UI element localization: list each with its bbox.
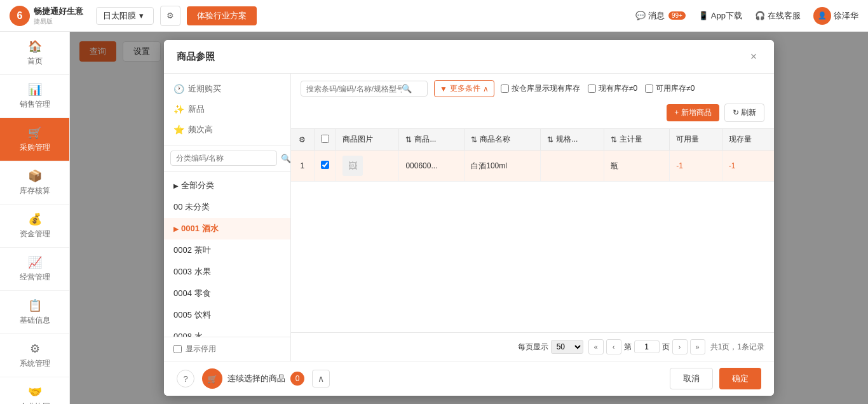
current-stock-checkbox[interactable] [588,84,596,93]
row-unit: 瓶 [604,151,670,182]
sidebar-item-enterprise[interactable]: 🤝 企业协同 [0,377,69,404]
modal-footer: ? 🛒 连续选择的商品 0 ∧ 取消 确定 [164,361,774,396]
page-info: 共1页，1条记录 [710,342,764,353]
show-disabled-checkbox[interactable] [173,345,182,353]
category-item-0004[interactable]: 0004 零食 [164,283,290,304]
sidebar-label-enterprise: 企业协同 [20,401,50,404]
fold-button[interactable]: ∧ [312,370,330,387]
tab-new-product[interactable]: ✨ 新品 [164,99,290,119]
logo-icon: 6 [10,6,30,26]
prev-page-button[interactable]: ‹ [606,339,621,354]
available-stock-checkbox[interactable] [645,84,653,93]
sidebar-item-operation[interactable]: 📈 经营管理 [0,248,69,291]
nav-right-area: 💬 消息 99+ 📱 App下载 🎧 在线客服 👤 徐泽华 [635,7,858,25]
category-search-input[interactable] [170,151,277,166]
sort-icon: ⇅ [405,135,412,144]
page-number-input[interactable] [634,340,660,353]
recent-purchase-icon: 🕐 [173,84,184,94]
online-service-item[interactable]: 🎧 在线客服 [755,10,801,22]
row-code: 000600... [399,151,465,182]
table-area: ⚙ 商品图片 [291,129,774,332]
system-icon: ⚙ [30,342,40,356]
page-size-select[interactable]: 10 20 50 100 [551,340,583,354]
sidebar-label-system: 系统管理 [20,358,50,369]
help-button[interactable]: ? [177,370,194,387]
cart-icon[interactable]: 🛒 [202,368,222,389]
available-stock-option[interactable]: 可用库存≠0 [645,83,695,94]
th-settings[interactable]: ⚙ [291,129,314,151]
refresh-button[interactable]: ↻ 刷新 [724,104,764,122]
company-selector[interactable]: 日太阳膜 ▾ [96,7,154,25]
modal-overlay: 商品参照 × 🕐 近期购买 ✨ [70,32,868,404]
messages-item[interactable]: 💬 消息 99+ [635,10,686,22]
top-navigation: 6 畅捷通好生意 捷易版 日太阳膜 ▾ ⚙ 体验行业方案 💬 消息 99+ 📱 … [0,0,868,32]
sidebar-item-system[interactable]: ⚙ 系统管理 [0,334,69,377]
more-filter-button[interactable]: ▼ 更多条件 ∧ [434,80,494,97]
select-all-checkbox[interactable] [321,135,329,143]
category-item-0002[interactable]: 0002 茶叶 [164,239,290,261]
search-icon[interactable]: 🔍 [402,84,412,93]
finance-icon: 💰 [28,212,42,226]
tab-recent-purchase[interactable]: 🕐 近期购买 [164,79,290,99]
warehouse-stock-checkbox[interactable] [501,84,509,93]
chevron-down-icon: ▾ [139,11,144,20]
sidebar-item-finance[interactable]: 💰 资金管理 [0,205,69,248]
sidebar-item-purchase[interactable]: 🛒 采购管理 [0,118,69,161]
toolbar-right: + 新增商品 ↻ 刷新 [667,104,764,122]
row-checkbox[interactable] [321,161,329,169]
home-icon: 🏠 [28,39,42,53]
cart-label: 连续选择的商品 [227,373,285,384]
cancel-button[interactable]: 取消 [670,368,713,389]
category-item-00[interactable]: 00 未分类 [164,196,290,218]
row-checkbox-cell[interactable] [314,151,336,182]
show-disabled-label[interactable]: 显示停用 [186,344,216,354]
row-no: 1 [291,151,314,182]
confirm-button[interactable]: 确定 [719,368,761,389]
sidebar-label-finance: 资金管理 [20,229,50,239]
category-item-0001[interactable]: ▶ 0001 酒水 [164,218,290,239]
user-item[interactable]: 👤 徐泽华 [813,7,858,25]
category-item-all[interactable]: ▶ 全部分类 [164,175,290,196]
product-search-input[interactable] [306,84,402,93]
sidebar-label-operation: 经营管理 [20,272,50,283]
sidebar-item-home[interactable]: 🏠 首页 [0,32,69,75]
sidebar-label-sales: 销售管理 [20,99,50,110]
main-layout: 🏠 首页 📊 销售管理 🛒 采购管理 📦 库存核算 💰 资金管理 📈 经营管理 … [0,32,868,404]
sidebar-label-purchase: 采购管理 [20,142,50,153]
category-item-0003[interactable]: 0003 水果 [164,261,290,283]
category-item-0005[interactable]: 0005 饮料 [164,304,290,326]
tab-high-frequency[interactable]: ⭐ 频次高 [164,119,290,140]
row-image: 🖼 [336,151,399,182]
category-bottom: 显示停用 [164,337,290,361]
table-row[interactable]: 1 🖼 000600... 白酒100ml [291,151,774,182]
first-page-button[interactable]: « [588,339,604,354]
phone-icon: 📱 [698,11,709,20]
th-unit: ⇅ 主计量 [604,129,670,151]
warehouse-stock-option[interactable]: 按仓库显示现有库存 [501,83,580,94]
settings-button[interactable]: ⚙ [160,6,180,26]
experience-button[interactable]: 体验行业方案 [187,6,257,25]
cart-area: 🛒 连续选择的商品 0 [202,368,304,389]
last-page-button[interactable]: » [690,339,705,354]
category-list: ▶ 全部分类 00 未分类 ▶ 0001 酒水 0002 茶 [164,172,290,337]
modal-close-button[interactable]: × [746,49,761,64]
sidebar-item-sales[interactable]: 📊 销售管理 [0,75,69,118]
operation-icon: 📈 [28,255,42,269]
logo-area: 6 畅捷通好生意 捷易版 [10,6,83,26]
sales-icon: 📊 [28,83,42,97]
th-code: ⇅ 商品... [399,129,465,151]
checkbox-options: 按仓库显示现有库存 现有库存≠0 可用库存≠0 [501,83,695,94]
sidebar-item-basic-info[interactable]: 📋 基础信息 [0,291,69,334]
sidebar-item-inventory[interactable]: 📦 库存核算 [0,161,69,205]
avatar: 👤 [813,7,831,25]
sidebar-label-home: 首页 [27,56,43,67]
messages-badge: 99+ [668,11,686,20]
category-item-0008[interactable]: 0008 水 [164,326,290,337]
add-product-button[interactable]: + 新增商品 [667,104,719,121]
search-input-wrap: 🔍 [301,81,428,97]
th-image: 商品图片 [336,129,399,151]
category-search-icon[interactable]: 🔍 [281,154,291,163]
next-page-button[interactable]: › [672,339,688,354]
app-download-item[interactable]: 📱 App下载 [698,10,742,22]
current-stock-option[interactable]: 现有库存≠0 [588,83,637,94]
